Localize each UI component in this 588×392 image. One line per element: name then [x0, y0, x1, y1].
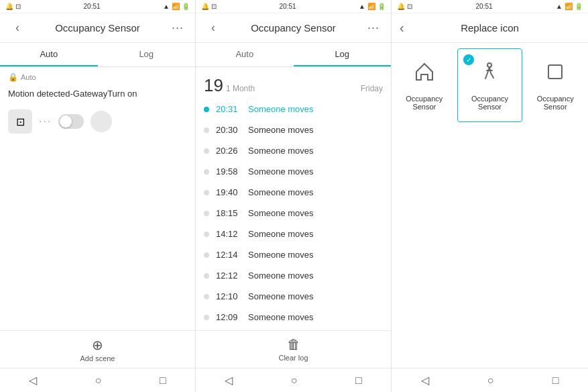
- icon-symbol-2: [543, 60, 567, 89]
- tab-log-left[interactable]: Log: [98, 43, 196, 66]
- screen-icon-mid: ⊡: [211, 3, 217, 10]
- status-left-icons: 🔔 ⊡: [5, 3, 21, 10]
- clear-log-button[interactable]: 🗑 Clear log: [278, 337, 308, 362]
- log-event: Someone moves: [248, 166, 314, 177]
- wifi-icon-mid: 📶: [367, 3, 375, 10]
- log-event: Someone moves: [248, 229, 314, 239]
- wifi-icon-right: 📶: [565, 3, 573, 10]
- bottom-bar-left: ⊕ Add scene: [0, 330, 195, 368]
- log-time: 12:14: [216, 250, 241, 260]
- log-item: 18:15 Someone moves: [196, 203, 391, 224]
- status-time-mid: 20:51: [280, 3, 296, 10]
- device-icon-box: ⊡: [8, 109, 32, 134]
- nav-square-left[interactable]: □: [160, 375, 166, 387]
- back-button-left[interactable]: ‹: [8, 19, 27, 38]
- signal-icon: ▲: [163, 3, 170, 10]
- icon-symbol-1: [477, 60, 502, 89]
- log-dot: [204, 232, 209, 237]
- notification-icon: 🔔: [5, 3, 13, 10]
- log-dot: [204, 190, 209, 195]
- tab-auto-mid[interactable]: Auto: [196, 43, 294, 66]
- bottom-bar-mid: 🗑 Clear log: [196, 330, 391, 368]
- header-title-left: Occupancy Sensor: [27, 22, 168, 34]
- log-event: Someone moves: [248, 146, 314, 156]
- signal-icon-mid: ▲: [359, 3, 365, 10]
- header-left: ‹ Occupancy Sensor ···: [0, 13, 195, 43]
- wifi-icon: 📶: [172, 3, 180, 10]
- add-scene-icon: ⊕: [92, 337, 103, 353]
- log-content: 19 1 Month Friday 20:31 Someone moves 20…: [196, 67, 391, 330]
- header-mid: ‹ Occupancy Sensor ···: [196, 13, 391, 43]
- notification-icon-mid: 🔔: [201, 3, 209, 10]
- motion-text: Motion detected-GatewayTurn on: [0, 85, 195, 104]
- toggle-switch[interactable]: [58, 114, 84, 129]
- sys-nav-left: ◁ ○ □: [0, 368, 195, 392]
- nav-back-left[interactable]: ◁: [29, 374, 37, 387]
- status-time-right: 20:51: [476, 3, 493, 10]
- left-panel: 🔔 ⊡ 20:51 ▲ 📶 🔋 ‹ Occupancy Sensor ··· A…: [0, 0, 196, 392]
- tab-log-mid[interactable]: Log: [294, 43, 392, 66]
- log-time: 12:09: [216, 312, 241, 322]
- log-dot: [204, 107, 209, 112]
- notification-icon-right: 🔔: [397, 3, 405, 10]
- log-dot: [204, 169, 209, 175]
- log-dot: [204, 273, 209, 279]
- log-dot: [204, 252, 209, 258]
- add-scene-button[interactable]: ⊕ Add scene: [80, 337, 115, 362]
- tab-auto-left[interactable]: Auto: [0, 43, 98, 66]
- date-header: 19 1 Month Friday: [196, 67, 391, 99]
- date-day: Friday: [361, 84, 383, 93]
- icon-symbol-0: [412, 60, 436, 89]
- log-dot: [204, 128, 209, 133]
- log-dot: [204, 294, 209, 299]
- icon-cell-2[interactable]: Occupancy Sensor: [522, 48, 588, 122]
- nav-square-mid[interactable]: □: [355, 375, 362, 387]
- log-dot: [204, 211, 209, 216]
- log-event: Someone moves: [248, 187, 314, 197]
- back-button-right[interactable]: ‹: [400, 20, 404, 36]
- status-bar-mid: 🔔 ⊡ 20:51 ▲ 📶 🔋: [196, 0, 391, 13]
- nav-home-mid[interactable]: ○: [291, 375, 298, 387]
- log-event: Someone moves: [248, 125, 314, 135]
- signal-icon-right: ▲: [556, 3, 563, 10]
- log-item: 12:10 Someone moves: [196, 286, 391, 307]
- battery-icon-right: 🔋: [575, 3, 583, 10]
- log-dot: [204, 148, 209, 154]
- battery-icon-mid: 🔋: [377, 3, 386, 10]
- log-item: 12:14 Someone moves: [196, 244, 391, 265]
- log-item: 20:26 Someone moves: [196, 140, 391, 161]
- log-event: Someone moves: [248, 208, 314, 218]
- back-button-mid[interactable]: ‹: [204, 19, 223, 38]
- log-item: 20:31 Someone moves: [196, 99, 391, 119]
- device-circle: [91, 111, 112, 132]
- icon-cell-1[interactable]: ✓ Occupancy Sensor: [457, 48, 523, 122]
- icon-label-0: Occupancy Sensor: [398, 95, 451, 111]
- nav-back-mid[interactable]: ◁: [225, 374, 233, 387]
- nav-back-right[interactable]: ◁: [421, 374, 429, 387]
- more-button-mid[interactable]: ···: [364, 19, 383, 38]
- date-number: 19: [204, 75, 223, 96]
- svg-rect-1: [548, 65, 562, 79]
- toggle-knob: [60, 115, 72, 128]
- icon-cell-0[interactable]: Occupancy Sensor: [392, 48, 457, 122]
- right-panel: 🔔 ⊡ 20:51 ▲ 📶 🔋 ‹ Replace icon Occupancy…: [392, 0, 588, 392]
- screen-icon-right: ⊡: [407, 3, 412, 10]
- tab-bar-mid: Auto Log: [196, 43, 391, 67]
- clear-log-icon: 🗑: [287, 337, 300, 352]
- replace-header: ‹ Replace icon: [392, 13, 588, 43]
- log-time: 14:12: [216, 229, 241, 239]
- log-event: Someone moves: [248, 250, 314, 260]
- check-badge: ✓: [463, 54, 474, 65]
- log-item: 14:12 Someone moves: [196, 224, 391, 244]
- status-right-icons-mid: ▲ 📶 🔋: [359, 3, 386, 10]
- nav-home-right[interactable]: ○: [487, 375, 494, 387]
- nav-square-right[interactable]: □: [552, 375, 559, 387]
- more-button-left[interactable]: ···: [168, 19, 187, 38]
- auto-badge: 🔒 Auto: [0, 67, 195, 85]
- replace-title: Replace icon: [461, 22, 519, 34]
- nav-home-left[interactable]: ○: [95, 375, 102, 387]
- log-event: Someone moves: [248, 104, 314, 114]
- log-time: 20:30: [216, 125, 241, 135]
- log-item: 19:40 Someone moves: [196, 182, 391, 203]
- status-left-icons-mid: 🔔 ⊡: [201, 3, 217, 10]
